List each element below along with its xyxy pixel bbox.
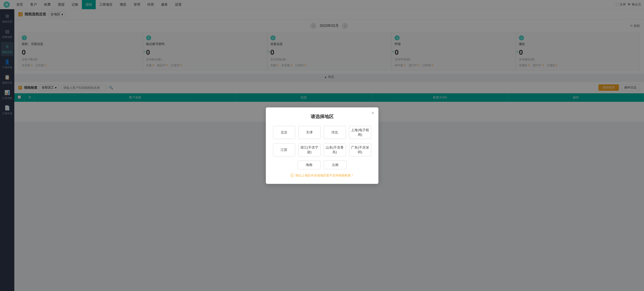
modal-overlay[interactable]: × 请选择地区 北京 天津 河北 上海(电子税局) 江苏 浙江(不含宁波) 山东…	[0, 0, 644, 291]
modal-regions-row3: 海南 云南	[273, 161, 371, 169]
region-btn-beijing[interactable]: 北京	[273, 126, 295, 139]
modal-regions-row1: 北京 天津 河北 上海(电子税局)	[273, 126, 371, 139]
modal-regions-row2: 江苏 浙江(不含宁波) 山东(不含青岛) 广东(不含深圳)	[273, 143, 371, 156]
region-btn-hebei[interactable]: 河北	[324, 126, 346, 139]
warning-text: 除以上地区外其他地区暂不支持报税检查！	[296, 173, 354, 178]
region-btn-shanghai[interactable]: 上海(电子税局)	[349, 126, 371, 139]
region-btn-tianjin[interactable]: 天津	[298, 126, 321, 139]
modal-title: 请选择地区	[273, 114, 371, 120]
region-btn-shandong[interactable]: 山东(不含青岛)	[324, 143, 346, 156]
modal-close-btn[interactable]: ×	[372, 110, 374, 116]
region-btn-guangdong[interactable]: 广东(不含深圳)	[349, 143, 371, 156]
region-btn-jiangsu[interactable]: 江苏	[273, 143, 295, 156]
region-btn-yunnan[interactable]: 云南	[324, 161, 347, 169]
region-btn-hainan[interactable]: 海南	[298, 161, 321, 169]
modal: × 请选择地区 北京 天津 河北 上海(电子税局) 江苏 浙江(不含宁波) 山东…	[266, 107, 378, 184]
modal-warning: i 除以上地区外其他地区暂不支持报税检查！	[273, 173, 371, 178]
warning-icon: i	[290, 174, 294, 177]
region-btn-zhejiang[interactable]: 浙江(不含宁波)	[298, 143, 321, 156]
